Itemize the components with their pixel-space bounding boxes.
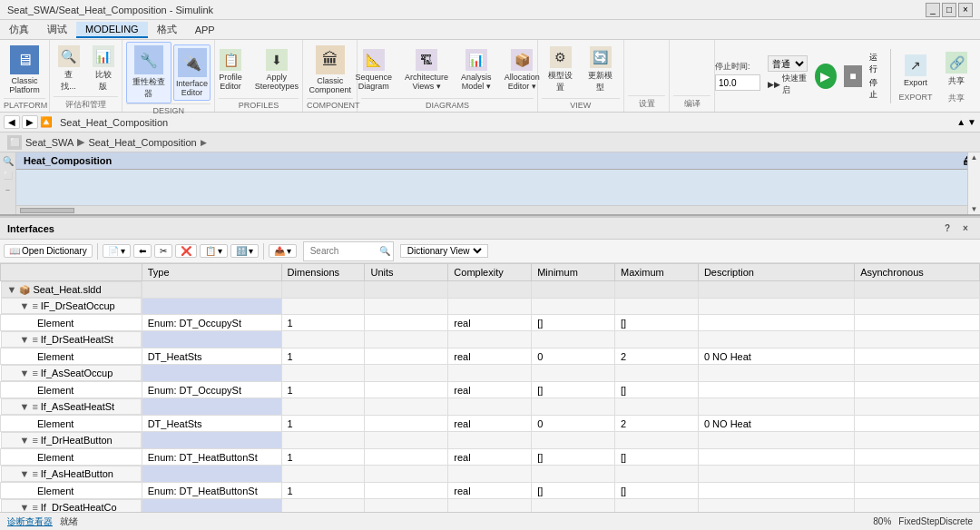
menu-item-modeling[interactable]: MODELING <box>76 22 148 38</box>
menu-item-format[interactable]: 格式 <box>148 21 186 38</box>
breadcrumb-root[interactable]: Seat_SWA <box>25 137 74 148</box>
v-scrollbar-diagram[interactable]: ▲ ▼ <box>967 152 980 214</box>
table-container[interactable]: Type Dimensions Units Complexity Minimum… <box>0 263 980 512</box>
toolbar-btn-1[interactable]: 📄 ▾ <box>103 244 131 258</box>
expand-icon[interactable]: ▼ <box>20 334 30 345</box>
stop-time-group: 停止时间: <box>715 61 760 91</box>
row-name-cell: ▼ ≡ IF_DrSeatOccup <box>1 298 142 314</box>
run-label-area: 运行 停止 <box>869 52 883 101</box>
architecture-views-button[interactable]: 🏗 ArchitectureViews ▾ <box>399 45 454 94</box>
menu-item-app[interactable]: APP <box>186 23 224 37</box>
table-row[interactable]: Element Enum: DT_OccupySt 1 real [] [] <box>1 315 980 331</box>
dictionary-view-select-container: Dictionary View <box>400 244 488 258</box>
expand-icon[interactable]: ▼ <box>20 468 30 479</box>
diagram-title: Heat_Composition <box>24 155 112 166</box>
share-section-label: 共享 <box>948 93 965 104</box>
profile-editor-icon: 📋 <box>220 49 241 71</box>
quick-restart-button[interactable]: ▶▶ 快速重启 <box>768 73 808 96</box>
col-min-header: Minimum <box>532 264 615 281</box>
table-row[interactable]: ▼ ≡ If_AsSeatHeatSt <box>1 398 980 416</box>
minimize-button[interactable]: _ <box>926 3 940 17</box>
help-button[interactable]: ? <box>940 221 955 236</box>
forward-button[interactable]: ▶ <box>22 115 38 129</box>
menu-item-debug[interactable]: 调试 <box>38 21 76 38</box>
table-row[interactable]: ▼ ≡ If_DrHeatButton <box>1 432 980 449</box>
stop-button[interactable]: ■ <box>844 65 862 87</box>
sequence-diagram-button[interactable]: 📐 SequenceDiagram <box>350 45 398 94</box>
table-row[interactable]: ▼ ≡ If_AsSeatOccup <box>1 365 980 382</box>
scroll-down-btn[interactable]: ▼ <box>967 117 976 127</box>
h-scrollbar[interactable] <box>16 205 980 214</box>
search-input[interactable] <box>307 242 379 260</box>
fit-icon[interactable]: ⬜ <box>2 170 15 182</box>
open-dictionary-button[interactable]: 📖 Open Dictionary <box>4 244 93 258</box>
table-row[interactable]: ▼ ≡ If_DrSeatHeatSt <box>1 331 980 348</box>
expand-icon[interactable]: ▼ <box>20 401 30 412</box>
row-icon-if: ≡ <box>32 368 37 378</box>
menu-item-simulation[interactable]: 仿真 <box>0 21 38 38</box>
zoom-out-icon[interactable]: – <box>4 183 11 195</box>
expand-icon[interactable]: ▼ <box>20 368 30 378</box>
h-scroll-thumb[interactable] <box>20 208 74 213</box>
row-name: If_DrSeatHeatSt <box>41 334 113 345</box>
table-row[interactable]: ▼ ≡ If_DrSeatHeatCo <box>1 499 980 513</box>
export-button[interactable]: ↗ Export <box>898 51 933 91</box>
simulation-mode-select[interactable]: 普通 <box>768 55 808 72</box>
run-button[interactable]: ▶ <box>815 64 837 89</box>
apply-stereotypes-button[interactable]: ⬇ ApplyStereotypes <box>250 45 304 94</box>
status-left: 诊断查看器 就绪 <box>7 515 78 528</box>
v-scroll-up[interactable]: ▲ <box>971 152 978 162</box>
back-button[interactable]: ◀ <box>4 115 20 129</box>
classic-platform-button[interactable]: 🖥 ClassicPlatform <box>4 42 45 98</box>
classic-component-button[interactable]: 🏛 ClassicComponent <box>303 42 357 98</box>
dictionary-view-select[interactable]: Dictionary View <box>404 245 485 257</box>
model-settings-button[interactable]: ⚙ 模型设置 <box>542 43 580 97</box>
profile-editor-button[interactable]: 📋 ProfileEditor <box>213 45 248 94</box>
toolbar-btn-7[interactable]: 📤 ▾ <box>269 244 297 258</box>
find-button[interactable]: 🔍 查找... <box>53 42 85 96</box>
table-row[interactable]: Element DT_HeatSts 1 real 0 2 0 NO Heat <box>1 416 980 432</box>
table-row[interactable]: Element Enum: DT_HeatButtonSt 1 real [] … <box>1 449 980 466</box>
close-interfaces-button[interactable]: × <box>958 221 973 236</box>
toolbar-btn-2[interactable]: ⬅ <box>133 244 152 258</box>
type-cell <box>142 281 281 299</box>
expand-icon[interactable]: ▼ <box>7 284 17 295</box>
update-model-button[interactable]: 🔄 更新模型 <box>582 43 620 97</box>
search-input-container: 🔍 <box>303 241 394 261</box>
share-button[interactable]: 🔗 共享 <box>940 48 973 91</box>
analysis-model-button[interactable]: 📊 AnalysisModel ▾ <box>456 45 497 94</box>
expand-icon[interactable]: ▼ <box>20 435 30 446</box>
expand-icon[interactable]: ▼ <box>20 300 30 311</box>
row-name: If_DrSeatHeatCo <box>41 502 117 512</box>
row-name: If_DrHeatButton <box>41 435 113 446</box>
toolbar-btn-6[interactable]: 🔠 ▾ <box>230 244 259 258</box>
table-row[interactable]: ▼ 📦 Seat_Heat.sldd <box>1 281 980 299</box>
table-row[interactable]: Element Enum: DT_OccupySt 1 real [] [] <box>1 382 980 398</box>
table-row[interactable]: ▼ ≡ If_AsHeatButton <box>1 466 980 483</box>
table-row[interactable]: Element DT_HeatSts 1 real 0 2 0 NO Heat <box>1 348 980 365</box>
row-name-cell: Element <box>1 315 142 331</box>
table-row[interactable]: ▼ ≡ IF_DrSeatOccup <box>1 298 980 315</box>
maximize-button[interactable]: □ <box>942 3 956 17</box>
toolbar-btn-5[interactable]: 📋 ▾ <box>200 244 228 258</box>
table-row[interactable]: Element Enum: DT_HeatButtonSt 1 real [] … <box>1 483 980 499</box>
breadcrumb-current[interactable]: Seat_Heat_Composition <box>88 137 196 148</box>
v-scroll-down[interactable]: ▼ <box>971 205 978 214</box>
property-inspector-button[interactable]: 🔧 重性检查器 <box>126 42 172 103</box>
ribbon-design-section: 🔧 重性检查器 🔌 InterfaceEditor DESIGN <box>122 40 215 112</box>
close-button[interactable]: × <box>958 3 973 17</box>
zoom-in-icon[interactable]: 🔍 <box>1 154 15 168</box>
diagram-canvas[interactable] <box>16 170 980 205</box>
toolbar-btn-3[interactable]: ✂ <box>154 244 172 258</box>
diagnostics-viewer-label[interactable]: 诊断查看器 <box>7 515 53 528</box>
ribbon-component-label: COMPONENT <box>307 98 354 110</box>
scroll-up-btn[interactable]: ▲ <box>956 117 965 127</box>
toolbar-btn-4[interactable]: ❌ <box>175 244 197 258</box>
interface-editor-button[interactable]: 🔌 InterfaceEditor <box>173 44 211 101</box>
stop-time-input[interactable] <box>715 74 760 91</box>
compare-button[interactable]: 📊 比较版 <box>87 42 120 96</box>
expand-icon[interactable]: ▼ <box>20 502 30 512</box>
nav-icon: 🔼 <box>40 116 53 128</box>
interfaces-panel: Interfaces ? × 📖 Open Dictionary 📄 ▾ ⬅ ✂… <box>0 216 980 512</box>
diagram-left-sidebar: 🔍 ⬜ – <box>0 152 16 214</box>
